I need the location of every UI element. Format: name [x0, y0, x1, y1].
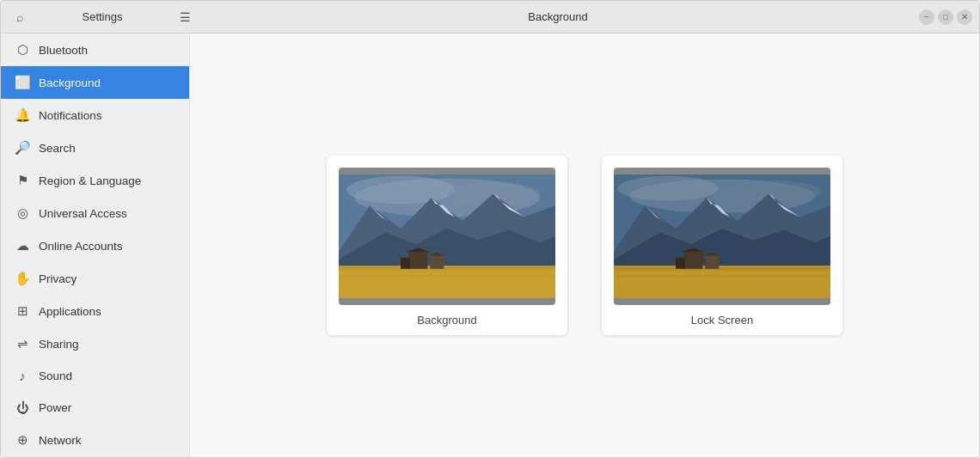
- sidebar-item-network-label: Network: [39, 434, 82, 447]
- sidebar-item-applications-label: Applications: [39, 305, 101, 318]
- sidebar-item-privacy[interactable]: ✋Privacy: [1, 262, 189, 295]
- sidebar-item-online-accounts-label: Online Accounts: [39, 240, 123, 253]
- svg-rect-12: [408, 252, 428, 269]
- settings-window: ⌕ Settings ☰ Background − □ ✕ ⬡Bluetooth…: [0, 0, 980, 458]
- lock-screen-card[interactable]: Lock Screen: [602, 156, 842, 335]
- sidebar-item-power-label: Power: [39, 401, 71, 414]
- main-area: Background: [190, 34, 979, 457]
- svg-rect-14: [401, 258, 410, 269]
- bell-icon: 🔔: [15, 107, 30, 123]
- svg-rect-9: [339, 266, 555, 298]
- svg-rect-28: [614, 275, 830, 278]
- svg-point-19: [618, 176, 719, 201]
- background-image: [339, 168, 555, 305]
- sidebar-item-network[interactable]: ⊕Network: [1, 424, 189, 456]
- hamburger-icon: ☰: [180, 10, 191, 24]
- lock-screen-card-label: Lock Screen: [691, 314, 753, 327]
- sidebar-item-sound[interactable]: ♪Sound: [1, 360, 189, 392]
- svg-rect-27: [614, 267, 830, 271]
- sidebar-item-region-language[interactable]: ⚑Region & Language: [1, 164, 189, 197]
- sidebar-item-sharing[interactable]: ⇌Sharing: [1, 327, 189, 360]
- lock-screen-image: [614, 168, 830, 305]
- sidebar-item-sharing-label: Sharing: [39, 338, 79, 351]
- sidebar-item-bluetooth-label: Bluetooth: [39, 44, 88, 57]
- sidebar-item-universal-access[interactable]: ◎Universal Access: [1, 197, 189, 229]
- network-icon: ⊕: [15, 432, 30, 448]
- maximize-button[interactable]: □: [938, 9, 953, 25]
- sidebar-item-search[interactable]: 🔎Search: [1, 131, 189, 164]
- sidebar-item-sound-label: Sound: [39, 369, 72, 382]
- close-button[interactable]: ✕: [957, 9, 972, 25]
- image-icon: ⬜: [15, 75, 30, 90]
- svg-rect-30: [705, 256, 719, 269]
- minimize-button[interactable]: −: [919, 9, 934, 25]
- page-title: Background: [197, 10, 919, 23]
- sidebar-item-bluetooth[interactable]: ⬡Bluetooth: [1, 34, 189, 66]
- background-card-label: Background: [417, 314, 476, 327]
- hand-icon: ✋: [15, 271, 30, 286]
- person-circle-icon: ◎: [15, 205, 30, 221]
- sidebar-item-universal-access-label: Universal Access: [39, 207, 127, 220]
- sidebar-item-privacy-label: Privacy: [39, 272, 77, 285]
- cloud-icon: ☁: [15, 238, 30, 253]
- svg-rect-11: [339, 275, 555, 278]
- sidebar-item-applications[interactable]: ⊞Applications: [1, 295, 189, 327]
- titlebar: ⌕ Settings ☰ Background − □ ✕: [1, 1, 979, 34]
- flag-icon: ⚑: [15, 173, 30, 188]
- cards-container: Background: [327, 156, 842, 335]
- sidebar: ⬡Bluetooth⬜Background🔔Notifications🔎Sear…: [1, 34, 190, 457]
- sidebar-item-background-label: Background: [39, 76, 101, 89]
- svg-rect-13: [430, 256, 444, 269]
- svg-rect-26: [614, 266, 830, 298]
- power-icon: ⏻: [15, 400, 30, 415]
- background-card[interactable]: Background: [327, 156, 567, 335]
- search-icon: ⌕: [16, 10, 23, 24]
- sidebar-item-online-accounts[interactable]: ☁Online Accounts: [1, 229, 189, 262]
- search-icon: 🔎: [15, 140, 30, 156]
- svg-point-20: [732, 180, 821, 202]
- sidebar-item-region-language-label: Region & Language: [39, 174, 141, 187]
- svg-point-2: [346, 176, 455, 204]
- app-title: Settings: [37, 10, 168, 23]
- window-controls: − □ ✕: [919, 9, 972, 25]
- sidebar-item-power[interactable]: ⏻Power: [1, 392, 189, 424]
- sidebar-item-background[interactable]: ⬜Background: [1, 66, 189, 99]
- main-content: ⬡Bluetooth⬜Background🔔Notifications🔎Sear…: [1, 34, 979, 457]
- svg-rect-29: [683, 252, 703, 269]
- titlebar-search-button[interactable]: ⌕: [8, 5, 32, 29]
- grid-icon: ⊞: [15, 303, 30, 319]
- svg-rect-10: [339, 267, 555, 271]
- sidebar-item-notifications[interactable]: 🔔Notifications: [1, 99, 189, 131]
- bluetooth-icon: ⬡: [15, 42, 30, 58]
- svg-rect-31: [676, 258, 685, 269]
- share-icon: ⇌: [15, 336, 30, 351]
- titlebar-left: ⌕ Settings ☰: [8, 5, 197, 29]
- sidebar-item-search-label: Search: [39, 142, 76, 155]
- speaker-icon: ♪: [15, 369, 30, 383]
- sidebar-item-notifications-label: Notifications: [39, 109, 102, 122]
- hamburger-button[interactable]: ☰: [173, 5, 197, 29]
